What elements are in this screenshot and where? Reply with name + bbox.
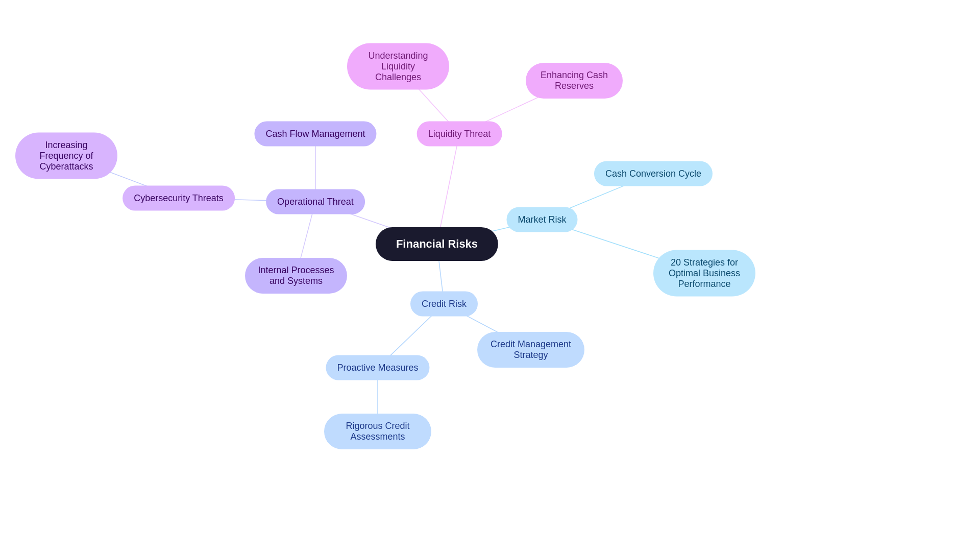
node-enhancing_cash[interactable]: Enhancing Cash Reserves: [526, 63, 623, 99]
node-increasing_freq[interactable]: Increasing Frequency of Cyberattacks: [15, 133, 117, 179]
node-understanding_liquidity[interactable]: Understanding Liquidity Challenges: [347, 43, 449, 90]
node-label-understanding_liquidity: Understanding Liquidity Challenges: [358, 51, 438, 83]
node-label-credit_management: Credit Management Strategy: [488, 339, 573, 360]
node-label-cybersecurity: Cybersecurity Threats: [134, 193, 224, 204]
node-strategies[interactable]: 20 Strategies for Optimal Business Perfo…: [653, 250, 755, 297]
node-label-credit_risk: Credit Risk: [422, 299, 467, 309]
node-label-rigorous_credit: Rigorous Credit Assessments: [335, 421, 420, 442]
node-proactive_measures[interactable]: Proactive Measures: [326, 355, 429, 380]
node-liquidity_threat[interactable]: Liquidity Threat: [417, 122, 502, 147]
node-market_risk[interactable]: Market Risk: [506, 207, 577, 232]
node-label-internal_processes: Internal Processes and Systems: [256, 265, 336, 286]
node-label-cash_flow: Cash Flow Management: [265, 129, 365, 139]
node-cash_conversion[interactable]: Cash Conversion Cycle: [594, 161, 713, 186]
mindmap-container: Financial RisksLiquidity ThreatUnderstan…: [0, 0, 980, 553]
node-rigorous_credit[interactable]: Rigorous Credit Assessments: [324, 414, 431, 449]
connections-svg: [0, 0, 980, 553]
node-internal_processes[interactable]: Internal Processes and Systems: [245, 258, 347, 294]
node-credit_risk[interactable]: Credit Risk: [410, 292, 478, 317]
node-label-increasing_freq: Increasing Frequency of Cyberattacks: [27, 140, 106, 172]
node-label-proactive_measures: Proactive Measures: [337, 363, 418, 373]
node-label-market_risk: Market Risk: [518, 214, 566, 225]
node-credit_management[interactable]: Credit Management Strategy: [477, 332, 584, 368]
node-label-strategies: 20 Strategies for Optimal Business Perfo…: [665, 257, 744, 290]
node-cybersecurity[interactable]: Cybersecurity Threats: [122, 186, 235, 211]
node-label-enhancing_cash: Enhancing Cash Reserves: [537, 70, 611, 91]
node-operational_threat[interactable]: Operational Threat: [266, 189, 365, 214]
node-label-liquidity_threat: Liquidity Threat: [428, 129, 491, 139]
node-label-center: Financial Risks: [396, 237, 478, 251]
node-center[interactable]: Financial Risks: [376, 227, 498, 261]
node-label-cash_conversion: Cash Conversion Cycle: [605, 169, 701, 179]
node-label-operational_threat: Operational Threat: [277, 197, 354, 207]
node-cash_flow[interactable]: Cash Flow Management: [254, 122, 376, 147]
